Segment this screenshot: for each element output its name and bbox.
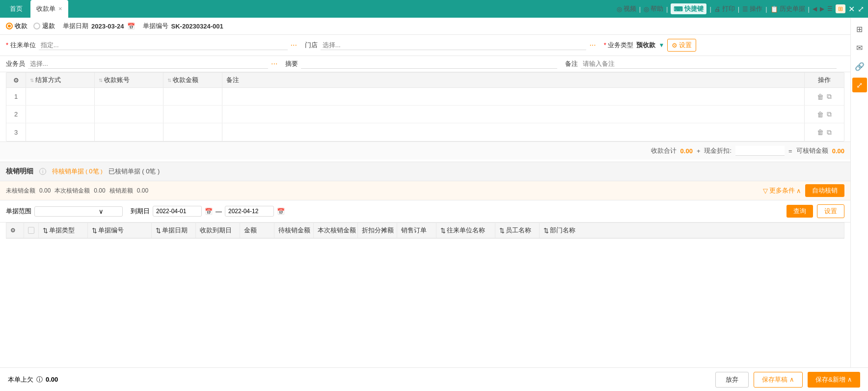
remark-label: 备注 xyxy=(565,59,578,68)
history-btn[interactable]: 📋 历史单据 xyxy=(770,4,805,13)
bth-dept: ⇅ 部门名称 xyxy=(540,223,584,238)
save-draft-btn[interactable]: 保存草稿 ∧ xyxy=(754,372,803,388)
footer-left: 本单上欠 ⓘ 0.00 xyxy=(8,375,58,384)
footer-actions: 放弃 保存草稿 ∧ 保存&新增 ∧ xyxy=(715,372,860,388)
shop-more-btn[interactable]: ··· xyxy=(589,41,596,50)
due-date-to-input[interactable] xyxy=(225,206,274,217)
discount-input[interactable] xyxy=(735,146,785,156)
range-dropdown-icon[interactable]: ∨ xyxy=(99,208,104,215)
table-row: 2 🗑 ⧉ xyxy=(6,106,844,123)
tab-close-btn[interactable]: × xyxy=(58,0,62,18)
plus-label: + xyxy=(697,147,701,155)
top-nav: 首页 收款单 × ◎ 视频 | ◎ 帮助 | ⌨ 快捷键 | 🖨 打印 | ☰ … xyxy=(0,0,868,18)
current-label: 本次核销金额 xyxy=(54,187,90,195)
bth-checkbox[interactable] xyxy=(24,223,39,238)
bth-discount: 折扣分摊额 xyxy=(358,223,397,238)
calendar-to-icon[interactable]: 📅 xyxy=(277,208,285,215)
row3-copy-icon[interactable]: ⧉ xyxy=(827,128,832,137)
fields-row1: 往来单位 ··· 门店 ··· 业务类型 预收款 ▼ ⚙ 设置 xyxy=(0,35,850,56)
date-value: 2023-03-24 xyxy=(91,23,124,30)
number-field: 单据编号 SK-20230324-001 xyxy=(143,22,223,30)
sort-icon: ⇅ xyxy=(499,227,505,234)
auto-verify-btn[interactable]: 自动核销 xyxy=(805,184,844,197)
number-value: SK-20230324-001 xyxy=(171,23,223,30)
due-date-field: 到期日 📅 — 📅 xyxy=(131,206,285,217)
row2-delete-icon[interactable]: 🗑 xyxy=(817,111,824,118)
bottom-table: ⚙ ⇅ 单据类型 ⇅ 单据编号 ⇅ 单据日期 收款到期日 金额 xyxy=(6,223,844,239)
shop-input[interactable] xyxy=(321,40,587,50)
prev-debt-label: 本单上欠 xyxy=(8,375,33,384)
row1-copy-icon[interactable]: ⧉ xyxy=(827,92,832,101)
th-account: ⇅ 收款账号 xyxy=(95,73,163,87)
shop-group: 门店 ··· xyxy=(305,39,604,52)
prev-debt-icon[interactable]: ⓘ xyxy=(36,375,43,384)
nav-tab-receipt[interactable]: 收款单 × xyxy=(30,0,68,18)
sort-icon: ⇅ xyxy=(440,227,446,234)
select-all-checkbox[interactable] xyxy=(28,227,34,234)
bth-counterparty: ⇅ 往来单位名称 xyxy=(436,223,495,238)
help-btn[interactable]: ◎ 帮助 xyxy=(644,4,663,13)
row3-delete-icon[interactable]: 🗑 xyxy=(817,128,824,136)
bth-current: 本次核销金额 xyxy=(314,223,358,238)
sort-icon: ⇅ xyxy=(43,227,48,234)
print-btn[interactable]: 🖨 打印 xyxy=(714,4,735,13)
remark-group: 备注 xyxy=(565,59,844,69)
business-type-dropdown[interactable]: ▼ xyxy=(658,42,664,49)
prev-page-btn[interactable]: ◀ xyxy=(813,5,817,12)
operation-btn[interactable]: ☰ 操作 xyxy=(742,4,762,13)
range-input[interactable] xyxy=(38,208,97,215)
nav-tab-label: 收款单 xyxy=(36,0,55,18)
filter-conditions: 单据范围 ∨ 到期日 📅 — 📅 查询 设置 xyxy=(0,200,850,223)
pending-invoices-link[interactable]: 待核销单据 ( 0笔 ) xyxy=(52,167,103,176)
calendar-icon[interactable]: 📅 xyxy=(127,23,135,30)
window-close-btn[interactable]: ✕ xyxy=(848,4,855,14)
next-page-btn[interactable]: ▶ xyxy=(820,5,824,12)
table-row: 1 🗑 ⧉ xyxy=(6,88,844,106)
summary-input[interactable] xyxy=(301,59,557,69)
list-icon: ☰ xyxy=(742,5,748,13)
radio-collect[interactable]: 收款 xyxy=(6,22,27,30)
grid-btn[interactable]: ⊞ xyxy=(836,4,845,13)
right-panel-expand-icon[interactable]: ⤢ xyxy=(852,78,867,92)
counterparty-input[interactable] xyxy=(39,40,288,50)
save-new-btn[interactable]: 保存&新增 ∧ xyxy=(808,372,860,388)
staff-input[interactable] xyxy=(28,59,268,69)
right-panel-mail-icon[interactable]: ✉ xyxy=(852,40,867,55)
remark-input[interactable] xyxy=(581,59,837,69)
staff-more-btn[interactable]: ··· xyxy=(271,59,277,68)
uncleared-label: 未核销金额 xyxy=(6,187,35,195)
right-panel-table-icon[interactable]: ⊞ xyxy=(852,22,867,36)
diff-label: 核销差额 xyxy=(109,187,133,195)
save-dropdown-icon: ∧ xyxy=(847,376,852,383)
nav-home[interactable]: 首页 xyxy=(4,0,28,18)
sort-icon: ⇅ xyxy=(92,227,97,234)
due-date-from-input[interactable] xyxy=(153,206,202,217)
row2-copy-icon[interactable]: ⧉ xyxy=(827,110,832,118)
query-btn[interactable]: 查询 xyxy=(787,205,813,218)
video-icon: ◎ xyxy=(617,5,622,13)
setting-button[interactable]: ⚙ 设置 xyxy=(667,39,696,52)
menu-btn[interactable]: ☰ xyxy=(827,5,833,12)
calendar-from-icon[interactable]: 📅 xyxy=(205,208,213,215)
business-type-group: 业务类型 预收款 ▼ ⚙ 设置 xyxy=(604,39,844,52)
business-type-label: 业务类型 xyxy=(604,41,634,50)
th-config[interactable]: ⚙ xyxy=(6,73,26,87)
filter-setting-btn[interactable]: 设置 xyxy=(817,204,844,218)
counterparty-more-btn[interactable]: ··· xyxy=(291,41,297,50)
more-conditions-btn[interactable]: ▽ 更多条件 ∧ xyxy=(763,186,801,195)
bth-amount: 金额 xyxy=(240,223,274,238)
date-field: 单据日期 2023-03-24 📅 xyxy=(63,22,135,30)
row1-delete-icon[interactable]: 🗑 xyxy=(817,93,824,101)
right-panel-attach-icon[interactable]: 🔗 xyxy=(852,59,867,74)
window-restore-btn[interactable]: ⤢ xyxy=(858,4,864,14)
number-label: 单据编号 xyxy=(143,22,168,30)
summary-label: 摘要 xyxy=(285,59,298,68)
verification-info-icon[interactable]: i xyxy=(39,168,46,175)
radio-refund[interactable]: 退款 xyxy=(33,22,55,30)
main-content: 收款 退款 单据日期 2023-03-24 📅 单据编号 SK-20230324… xyxy=(0,18,868,391)
shortcut-btn[interactable]: ⌨ 快捷键 xyxy=(671,3,706,14)
video-btn[interactable]: ◎ 视频 xyxy=(617,4,636,13)
discard-btn[interactable]: 放弃 xyxy=(715,372,749,388)
right-panel: ⊞ ✉ 🔗 ⤢ xyxy=(850,18,868,391)
bth-config[interactable]: ⚙ xyxy=(6,223,24,238)
